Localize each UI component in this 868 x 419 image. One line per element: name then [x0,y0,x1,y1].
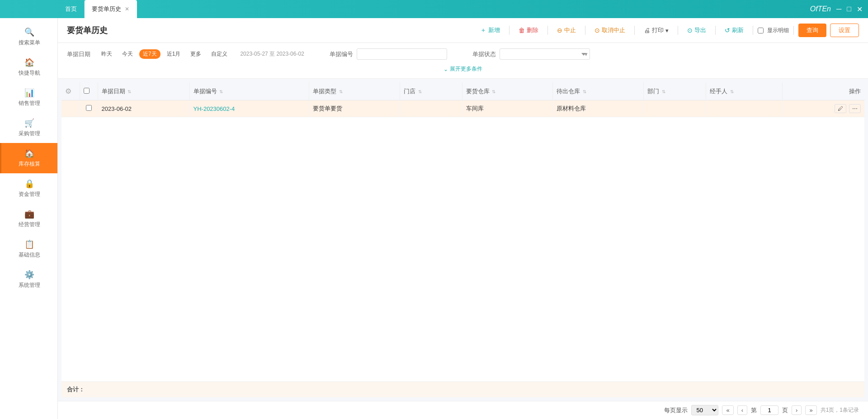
window-maximize-icon[interactable]: □ [847,5,851,13]
sidebar-item-ops-mgmt[interactable]: 💼 经营管理 [0,204,57,234]
page-size-select[interactable]: 10 20 50 100 [691,405,718,415]
th-date: 单据日期 ⇅ [98,82,189,100]
sidebar-item-inventory-calc[interactable]: 🏠 库存核算 [0,143,57,173]
th-store-label: 门店 [404,88,415,95]
date-today[interactable]: 今天 [118,49,137,59]
export-icon: ⊙ [687,27,693,34]
th-req-warehouse: 要货仓库 ⇅ [462,82,553,100]
sidebar-item-finance-mgmt[interactable]: 🔒 资金管理 [0,173,57,204]
th-number: 单据编号 ⇅ [189,82,309,100]
th-pending-warehouse: 待出仓库 ⇅ [553,82,644,100]
row-actions: 🖊 ⋯ [786,104,861,113]
cell-pending-warehouse: 原材料仓库 [553,100,644,117]
row-edit-button[interactable]: 🖊 [835,104,846,113]
sidebar-item-system-mgmt[interactable]: ⚙️ 系统管理 [0,264,57,295]
sidebar-item-quick-nav[interactable]: 🏠 快捷导航 [0,52,57,82]
th-number-label: 单据编号 [193,88,217,95]
select-all-checkbox[interactable] [84,88,90,94]
data-table: ⚙ 单据日期 ⇅ 单据编号 ⇅ [61,82,864,117]
new-button[interactable]: ＋ 新增 [476,24,505,37]
sidebar-item-basic-info[interactable]: 📋 基础信息 [0,234,57,264]
quick-nav-icon: 🏠 [24,57,34,67]
table-row: 2023-06-02 YH-20230602-4 要货单要货 车间库 原材料仓库 [61,100,864,117]
divider-1 [509,26,509,35]
sidebar-item-purchase-mgmt[interactable]: 🛒 采购管理 [0,113,57,143]
last-page-button[interactable]: » [805,405,816,415]
window-minimize-icon[interactable]: ─ [836,5,841,13]
divider-7 [753,26,753,35]
table-container: ⚙ 单据日期 ⇅ 单据编号 ⇅ [61,82,864,397]
sidebar-item-finance-label: 资金管理 [19,190,40,198]
delete-button[interactable]: 🗑 删除 [514,24,543,37]
stop-icon: ⊖ [557,27,562,34]
show-detail-toggle[interactable]: 显示明细 [758,27,789,34]
print-button[interactable]: 🖨 打印 ▾ [639,24,673,37]
date-1month[interactable]: 近1月 [163,49,184,59]
expand-label: 展开更多条件 [450,65,482,73]
first-page-button[interactable]: « [722,405,733,415]
date-custom[interactable]: 自定义 [208,49,231,59]
row-checkbox[interactable] [86,105,92,111]
query-button[interactable]: 查询 [798,24,826,37]
search-menu-icon: 🔍 [24,27,34,37]
divider-8 [793,26,794,35]
th-type-label: 单据类型 [313,88,336,95]
doc-number-link[interactable]: YH-20230602-4 [193,105,235,112]
stop-label: 中止 [564,26,576,34]
show-detail-label-text: 显示明细 [767,27,789,34]
expand-more-button[interactable]: ⌄ 展开更多条件 [67,63,859,76]
close-tab-icon[interactable]: ✕ [125,6,129,12]
date-filter-label: 单据日期 [67,50,90,58]
cell-department [644,100,706,117]
window-close-icon[interactable]: ✕ [857,5,863,14]
stop-button[interactable]: ⊖ 中止 [552,24,580,37]
sidebar-item-system-label: 系统管理 [19,281,40,289]
page-suffix: 页 [782,406,788,414]
print-label: 打印 [652,26,664,34]
date-yesterday[interactable]: 昨天 [98,49,116,59]
date-more[interactable]: 更多 [187,49,205,59]
top-bar: 首页 要货单历史 ✕ OfTEn ─ □ ✕ [0,0,868,18]
sidebar-item-search-label: 搜索菜单 [19,39,40,47]
sort-pending-icon: ⇅ [583,89,586,94]
tab-requisition-label: 要货单历史 [92,5,121,13]
prev-page-button[interactable]: ‹ [737,405,747,415]
sort-handler-icon: ⇅ [730,89,734,94]
sort-date-icon: ⇅ [127,89,131,94]
page-input[interactable] [760,405,778,415]
th-settings: ⚙ [61,82,80,100]
row-more-button[interactable]: ⋯ [849,104,861,113]
table-head: ⚙ 单据日期 ⇅ 单据编号 ⇅ [61,82,864,100]
table-body: 2023-06-02 YH-20230602-4 要货单要货 车间库 原材料仓库 [61,100,864,117]
table-settings-button[interactable]: ⚙ [65,87,71,95]
sort-req-warehouse-icon: ⇅ [492,89,495,94]
cancel-stop-label: 取消中止 [602,26,625,34]
cell-type: 要货单要货 [309,100,400,117]
doc-number-label: 单据编号 [330,50,353,58]
refresh-button[interactable]: ↺ 刷新 [720,24,748,37]
cell-checkbox [80,100,98,117]
export-button[interactable]: ⊙ 导出 [683,24,711,37]
print-dropdown-icon: ▾ [665,27,669,34]
sort-number-icon: ⇅ [219,89,223,94]
divider-3 [585,26,585,35]
sidebar-item-sales-label: 销售管理 [19,100,40,107]
sidebar-item-search-menu[interactable]: 🔍 搜索菜单 [0,22,57,52]
cancel-stop-button[interactable]: ⊙ 取消中止 [590,24,630,37]
settings-button[interactable]: 设置 [830,24,859,37]
status-group: 单据状态 ▾ [472,48,597,60]
divider-5 [678,26,678,35]
purchase-icon: 🛒 [24,118,34,128]
doc-number-input[interactable] [357,48,447,60]
tab-home[interactable]: 首页 [58,0,85,18]
date-7days[interactable]: 近7天 [139,49,160,59]
cell-settings [61,100,80,117]
page-label: 第 [751,406,757,414]
th-actions-label: 操作 [849,88,861,95]
status-select[interactable] [500,48,590,60]
show-detail-checkbox[interactable] [758,28,764,33]
tab-requisition-history[interactable]: 要货单历史 ✕ [85,0,137,18]
sidebar-item-sales-mgmt[interactable]: 📊 销售管理 [0,82,57,113]
th-checkbox [80,82,98,100]
next-page-button[interactable]: › [792,405,802,415]
